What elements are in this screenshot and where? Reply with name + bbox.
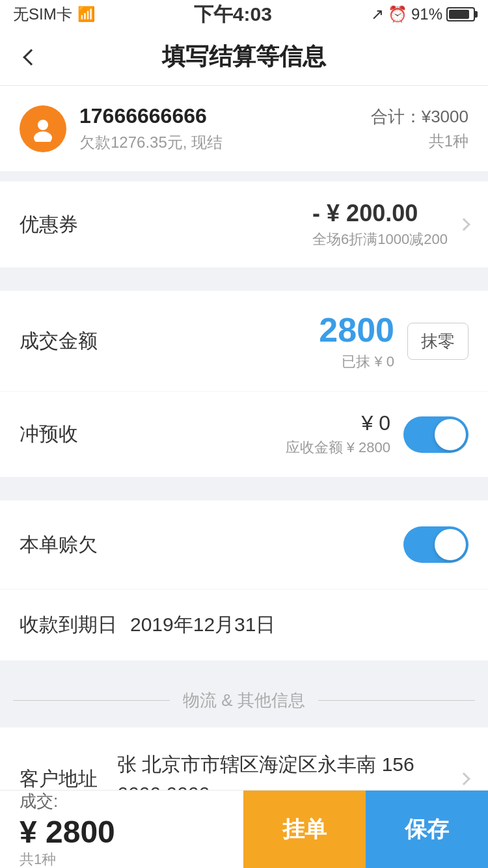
content-area: 17666666666 欠款1276.35元, 现结 合计：¥3000 共1种 … [0,86,488,868]
bottom-bar: 成交: ¥ 2800 共1种 挂单 保存 [0,790,488,868]
logistics-divider-top [0,660,488,673]
coupon-label: 优惠券 [20,211,78,238]
status-bar: 无SIM卡 📶 下午4:03 ↗ ⏰ 91% [0,0,488,29]
address-label: 客户地址 [20,766,98,793]
hold-button[interactable]: 挂单 [243,791,366,869]
coupon-desc: 全场6折满1000减200 [312,230,448,249]
customer-left: 17666666666 欠款1276.35元, 现结 [20,104,223,153]
debt-row: 本单赊欠 [0,500,488,589]
alarm-icon: ⏰ [388,5,407,23]
svg-point-1 [34,131,52,142]
location-icon: ↗ [371,5,384,23]
deal-amount-right: 2800 已抹 ¥ 0 抹零 [319,310,468,372]
debt-toggle-knob [435,529,466,560]
bottom-price: ¥ 2800 [20,814,243,850]
coupon-amount: - ¥ 200.00 [312,200,448,227]
total-count: 共1种 [371,131,468,152]
duedate-value: 2019年12月31日 [130,612,275,638]
deal-amount-value-block: 2800 已抹 ¥ 0 [319,310,394,372]
customer-phone: 17666666666 [79,104,223,128]
duedate-label: 收款到期日 [20,612,117,638]
logistics-line-left [13,700,170,701]
debt-label: 本单赊欠 [20,532,98,558]
carrier-text: 无SIM卡 [13,4,72,25]
prepay-value-block: ¥ 0 应收金额 ¥ 2800 [78,411,390,457]
duedate-row: 收款到期日 2019年12月31日 [0,589,488,660]
logistics-label-row: 物流 & 其他信息 [0,673,488,727]
status-left: 无SIM卡 📶 [13,4,95,25]
nav-bar: 填写结算等信息 [0,29,488,86]
deal-amount-row: 成交金额 2800 已抹 ¥ 0 抹零 [20,291,468,391]
battery-percent: 91% [411,5,442,23]
prepay-toggle[interactable] [403,416,468,453]
svg-point-0 [38,120,48,130]
back-button[interactable] [18,44,44,70]
prepay-row: 冲预收 ¥ 0 应收金额 ¥ 2800 [0,391,488,477]
status-right: ↗ ⏰ 91% [371,5,475,23]
prepay-sub: 应收金额 ¥ 2800 [78,438,390,457]
amount-section: 成交金额 2800 已抹 ¥ 0 抹零 [0,291,488,391]
save-button[interactable]: 保存 [366,791,488,869]
battery-fill [449,10,469,19]
bottom-info: 成交: ¥ 2800 共1种 [0,790,243,869]
customer-card: 17666666666 欠款1276.35元, 现结 合计：¥3000 共1种 [0,86,488,171]
round-off-button[interactable]: 抹零 [407,323,468,360]
customer-subtitle: 欠款1276.35元, 现结 [79,132,223,153]
deal-amount-sub: 已抹 ¥ 0 [319,352,394,372]
deal-amount-value: 2800 [319,310,394,349]
bottom-count: 共1种 [20,850,243,869]
page-title: 填写结算等信息 [162,41,326,73]
customer-info: 17666666666 欠款1276.35元, 现结 [79,104,223,153]
section-divider-2 [0,477,488,490]
prepay-label: 冲预收 [20,421,78,448]
back-arrow-icon [23,49,39,65]
chevron-right-icon [457,218,470,231]
debt-toggle[interactable] [403,526,468,563]
address-chevron-icon [457,772,470,785]
total-label: 合计：¥3000 [371,105,468,128]
prepay-value: ¥ 0 [78,411,390,435]
toggle-knob [435,419,466,450]
avatar [20,105,66,152]
battery-icon [446,7,475,21]
section-divider-1 [0,278,488,291]
coupon-value-block: - ¥ 200.00 全场6折满1000减200 [312,200,448,249]
logistics-line-right [318,700,475,701]
logistics-text: 物流 & 其他信息 [183,689,305,712]
wifi-icon: 📶 [77,6,95,23]
bottom-deal-label: 成交: [20,790,243,813]
customer-right: 合计：¥3000 共1种 [371,105,468,152]
status-time: 下午4:03 [194,1,272,28]
coupon-row[interactable]: 优惠券 - ¥ 200.00 全场6折满1000减200 [0,182,488,267]
coupon-right: - ¥ 200.00 全场6折满1000减200 [312,200,468,249]
deal-amount-label: 成交金额 [20,328,98,355]
